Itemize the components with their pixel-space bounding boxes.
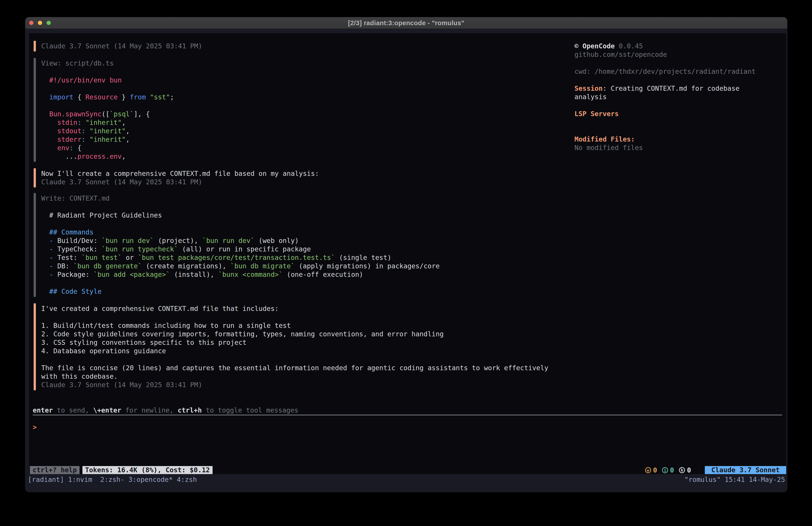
info-count: 0 [670,466,674,474]
model-timestamp: Claude 3.7 Sonnet (14 May 2025 03:41 PM) [41,42,202,51]
md-list-item: - Package: `bun add <package>` (install)… [41,270,440,279]
diagnostic-warnings: w0 [645,466,657,474]
terminal-window: [2/3] radiant:3:opencode - "romulus" Cla… [25,17,787,492]
summary-item: 1. Build/lint/test commands including ho… [41,322,548,330]
tool-write-title: Write: CONTEXT.md [41,194,440,203]
tmux-windows[interactable]: [radiant] 1:nvim 2:zsh- 3:opencode* 4:zs… [28,475,197,484]
code-line: Bun.spawnSync([`psql`], { [41,110,174,118]
tmux-session-time: "romulus" 15:41 14-May-25 [684,475,785,484]
hint-count: 0 [687,466,691,474]
app-brand: © OpenCode 0.0.45 [575,42,756,51]
warning-icon: w [645,467,651,473]
message-text: Now I'll create a comprehensive CONTEXT.… [41,169,319,178]
lsp-servers-label: LSP Servers [575,110,756,118]
diagnostic-hints: h0 [679,466,691,474]
md-heading-3: ## Code Style [41,287,440,296]
summary-item: 2. Code style guidelines covering import… [41,330,548,338]
message-text: with this codebase. [41,372,548,381]
sidebar: © OpenCode 0.0.45 github.com/sst/opencod… [575,42,756,152]
md-list-item: - Test: `bun test` or `bun test packages… [41,253,440,262]
assistant-bar [34,303,36,390]
code-line: import { Resource } from "sst"; [41,93,174,101]
code-line: env: { [41,144,174,152]
model-timestamp: Claude 3.7 Sonnet (14 May 2025 03:41 PM) [41,381,548,389]
code-line: stderr: "inherit", [41,135,174,144]
tmux-statusbar: [radiant] 1:nvim 2:zsh- 3:opencode* 4:zs… [25,474,787,492]
code-line: stdin: "inherit", [41,118,174,127]
titlebar: [2/3] radiant:3:opencode - "romulus" [25,17,787,29]
window-controls [29,21,51,25]
summary-item: 3. CSS styling conventions specific to t… [41,338,548,347]
model-badge: Claude 3.7 Sonnet [705,466,786,474]
code-line: stdout: "inherit", [41,127,174,135]
modified-files-label: Modified Files: [575,135,756,144]
cwd-path: cwd: /home/thdxr/dev/projects/radiant/ra… [575,67,756,76]
hint-icon: h [679,467,685,473]
statusbar: ctrl+? help Tokens: 16.4K (8%), Cost: $0… [30,466,786,474]
assistant-bar [34,168,36,187]
code-line: ...process.env, [41,152,174,161]
window-title: [2/3] radiant:3:opencode - "romulus" [25,17,787,29]
help-badge: ctrl+? help [30,466,79,474]
md-heading-2: ## Commands [41,228,440,237]
tool-bar [34,193,36,297]
tool-bar [34,58,36,162]
session-title: Session: Creating CONTEXT.md for codebas… [575,84,756,93]
diagnostic-info: i0 [662,466,674,474]
warning-count: 0 [653,466,657,474]
session-title-wrap: analysis [575,93,756,101]
tokens-cost-badge: Tokens: 16.4K (8%), Cost: $0.12 [83,466,213,474]
opencode-app: Claude 3.7 Sonnet (14 May 2025 03:41 PM)… [29,33,786,474]
prompt-input[interactable]: > [33,423,37,431]
summary-item: 4. Database operations guidance [41,347,548,355]
no-modified-files: No modified files [575,144,756,152]
code-line: #!/usr/bin/env bun [41,76,174,84]
assistant-bar [34,41,36,52]
input-divider [33,415,782,415]
md-list-item: - Build/Dev: `bun run dev` (project), `b… [41,237,440,245]
keybind-help: enter to send, \+enter for newline, ctrl… [33,406,299,415]
md-list-item: - TypeCheck: `bun run typecheck` (all) o… [41,245,440,253]
close-button[interactable] [29,21,33,25]
info-icon: i [662,467,668,473]
md-list-item: - DB: `bun db generate` (create migratio… [41,262,440,270]
minimize-button[interactable] [38,21,42,25]
message-text: The file is concise (20 lines) and captu… [41,364,548,372]
zoom-button[interactable] [47,21,51,25]
md-heading-1: # Radiant Project Guidelines [41,211,440,219]
message-text: I've created a comprehensive CONTEXT.md … [41,304,548,313]
tool-view-title: View: script/db.ts [41,59,174,68]
repo-link: github.com/sst/opencode [575,51,756,59]
model-timestamp: Claude 3.7 Sonnet (14 May 2025 03:41 PM) [41,178,319,186]
